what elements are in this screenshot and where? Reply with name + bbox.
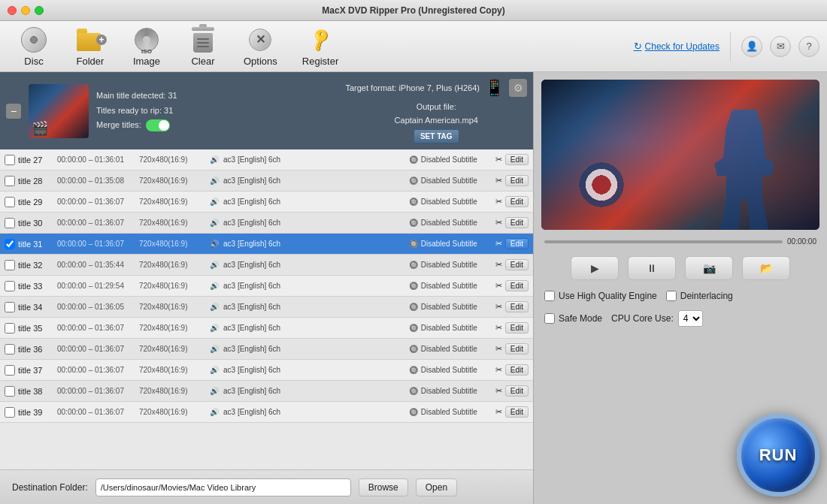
safe-mode-checkbox[interactable] <box>544 313 555 324</box>
set-tag-button[interactable]: SET TAG <box>414 129 459 143</box>
edit-button[interactable]: Edit <box>505 175 529 186</box>
options-row-1: Use High Quality Engine Deinterlacing <box>541 289 819 303</box>
dest-input[interactable] <box>95 478 351 496</box>
scissors-icon: ✂ <box>495 281 502 291</box>
play-button[interactable]: ▶ <box>571 256 619 280</box>
audio-icon: 🔊 <box>210 345 220 353</box>
edit-button[interactable]: Edit <box>505 406 529 418</box>
remove-button[interactable]: − <box>6 104 21 119</box>
title-name: title 35 <box>18 324 54 333</box>
deinterlacing-checkbox[interactable] <box>666 291 677 301</box>
pause-button[interactable]: ⏸ <box>628 256 676 280</box>
title-time: 00:00:00 – 01:36:07 <box>57 219 136 227</box>
title-time: 00:00:00 – 01:36:07 <box>57 366 136 374</box>
title-audio: ac3 [English] 6ch <box>223 303 406 311</box>
cpu-core-select[interactable]: 4 1 2 3 8 <box>678 310 703 327</box>
toolbar-right: ↻ Check for Updates 👤 ✉ ? <box>634 32 819 62</box>
title-checkbox[interactable] <box>5 302 15 312</box>
high-quality-checkbox[interactable] <box>544 291 555 301</box>
title-row[interactable]: title 28 00:00:00 – 01:35:08 720x480(16:… <box>0 171 533 192</box>
deinterlacing-label[interactable]: Deinterlacing <box>666 291 733 301</box>
edit-button[interactable]: Edit <box>505 385 529 397</box>
edit-button[interactable]: Edit <box>505 364 529 376</box>
title-checkbox[interactable] <box>5 155 15 165</box>
subtitle-icon: 🔘 <box>409 282 418 290</box>
close-button[interactable] <box>8 6 17 15</box>
scissors-icon: ✂ <box>495 176 502 186</box>
edit-button[interactable]: Edit <box>505 217 529 228</box>
merge-toggle[interactable] <box>146 119 170 131</box>
subtitle-icon: 🔘 <box>409 261 418 269</box>
format-settings-button[interactable]: ⚙ <box>509 79 527 97</box>
title-row[interactable]: title 29 00:00:00 – 01:36:07 720x480(16:… <box>0 192 533 213</box>
image-button[interactable]: ISO Image <box>120 22 173 71</box>
edit-button[interactable]: Edit <box>505 301 529 312</box>
title-subtitle: Disabled Subtitle <box>421 198 492 206</box>
title-row[interactable]: title 36 00:00:00 – 01:36:07 720x480(16:… <box>0 339 533 360</box>
playback-track[interactable] <box>544 240 783 243</box>
edit-button[interactable]: Edit <box>505 259 529 270</box>
title-name: title 32 <box>18 261 54 270</box>
edit-button[interactable]: Edit <box>505 322 529 333</box>
title-resolution: 720x480(16:9) <box>139 408 207 416</box>
minimize-button[interactable] <box>21 6 30 15</box>
title-row[interactable]: title 35 00:00:00 – 01:36:07 720x480(16:… <box>0 318 533 339</box>
audio-icon: 🔊 <box>210 408 220 416</box>
edit-button[interactable]: Edit <box>505 196 529 207</box>
title-audio: ac3 [English] 6ch <box>223 345 406 353</box>
title-row[interactable]: title 39 00:00:00 – 01:36:07 720x480(16:… <box>0 402 533 423</box>
title-checkbox[interactable] <box>5 218 15 228</box>
clear-button[interactable]: Clear <box>177 22 229 71</box>
edit-button[interactable]: Edit <box>505 238 529 249</box>
title-row[interactable]: title 32 00:00:00 – 01:35:44 720x480(16:… <box>0 255 533 276</box>
key-icon: 🔑 <box>307 26 334 53</box>
title-audio: ac3 [English] 6ch <box>223 177 406 185</box>
title-checkbox[interactable] <box>5 281 15 291</box>
help-button[interactable]: ? <box>798 36 819 57</box>
run-button[interactable]: RUN <box>737 414 819 496</box>
title-checkbox[interactable] <box>5 239 15 249</box>
title-row[interactable]: title 31 00:00:00 – 01:36:07 720x480(16:… <box>0 234 533 255</box>
title-checkbox[interactable] <box>5 176 15 186</box>
audio-icon: 🔊 <box>210 282 220 290</box>
check-updates-button[interactable]: ↻ Check for Updates <box>634 41 719 52</box>
title-row[interactable]: title 30 00:00:00 – 01:36:07 720x480(16:… <box>0 213 533 234</box>
shield-decoration <box>579 162 624 207</box>
title-time: 00:00:00 – 01:36:01 <box>57 155 136 164</box>
title-checkbox[interactable] <box>5 407 15 418</box>
register-button[interactable]: 🔑 Register <box>292 22 349 71</box>
title-row[interactable]: title 38 00:00:00 – 01:36:07 720x480(16:… <box>0 381 533 402</box>
title-resolution: 720x480(16:9) <box>139 219 207 227</box>
title-checkbox[interactable] <box>5 323 15 333</box>
edit-button[interactable]: Edit <box>505 280 529 291</box>
subtitle-icon: 🔘 <box>409 155 418 164</box>
title-row[interactable]: title 37 00:00:00 – 01:36:07 720x480(16:… <box>0 360 533 381</box>
options-button[interactable]: ✕ Options <box>233 22 288 71</box>
title-time: 00:00:00 – 01:36:07 <box>57 324 136 332</box>
fullscreen-button[interactable] <box>35 6 44 15</box>
email-button[interactable]: ✉ <box>770 36 791 57</box>
title-resolution: 720x480(16:9) <box>139 366 207 374</box>
snapshot-button[interactable]: 📷 <box>685 256 733 280</box>
title-checkbox[interactable] <box>5 365 15 376</box>
edit-button[interactable]: Edit <box>505 154 529 165</box>
title-checkbox[interactable] <box>5 197 15 207</box>
folder-button[interactable]: + Folder <box>64 22 117 71</box>
title-checkbox[interactable] <box>5 344 15 355</box>
audio-icon: 🔊 <box>210 219 220 227</box>
title-row[interactable]: title 27 00:00:00 – 01:36:01 720x480(16:… <box>0 149 533 171</box>
edit-button[interactable]: Edit <box>505 343 529 355</box>
title-row[interactable]: title 34 00:00:00 – 01:36:05 720x480(16:… <box>0 297 533 318</box>
title-checkbox[interactable] <box>5 386 15 397</box>
disc-button[interactable]: Disc <box>8 22 60 71</box>
safe-mode-label[interactable]: Safe Mode <box>544 313 602 324</box>
high-quality-label[interactable]: Use High Quality Engine <box>544 291 657 301</box>
title-checkbox[interactable] <box>5 260 15 270</box>
title-row[interactable]: title 33 00:00:00 – 01:29:54 720x480(16:… <box>0 276 533 297</box>
run-container: RUN <box>541 334 819 496</box>
title-resolution: 720x480(16:9) <box>139 303 207 311</box>
browse-button[interactable]: Browse <box>359 478 408 496</box>
profile-button[interactable]: 👤 <box>741 36 762 57</box>
open-button[interactable]: Open <box>416 478 457 496</box>
open-folder-button[interactable]: 📂 <box>742 256 790 280</box>
